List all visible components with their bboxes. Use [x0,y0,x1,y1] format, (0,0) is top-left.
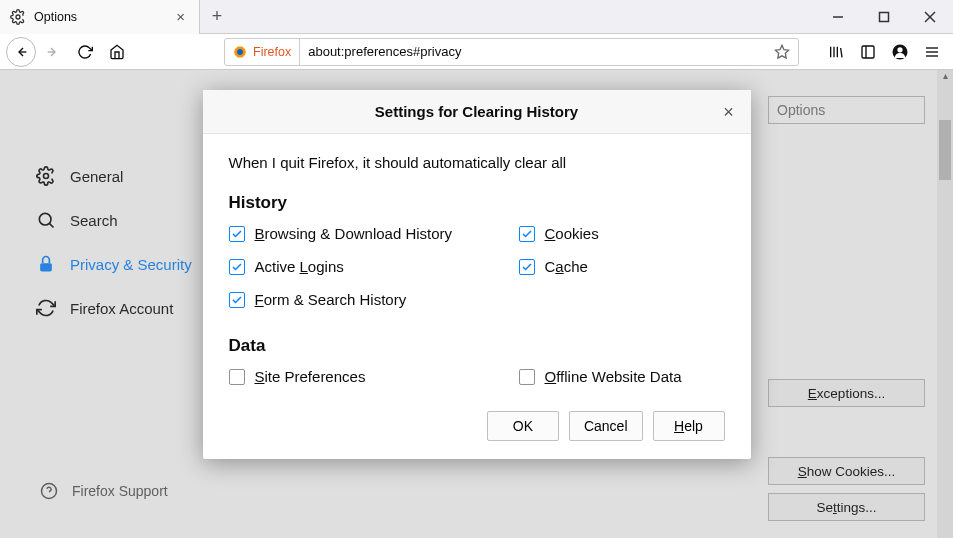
tab-title: Options [34,10,172,24]
new-tab-button[interactable]: + [200,6,234,27]
sidebar-toggle-button[interactable] [853,37,883,67]
checkbox-icon [519,259,535,275]
svg-rect-14 [862,46,874,58]
scrollbar-thumb[interactable] [939,120,951,180]
dialog-footer: OK Cancel Help [203,411,751,459]
bookmark-star-icon[interactable] [774,44,790,60]
dialog-close-button[interactable]: × [715,98,743,126]
support-label: Firefox Support [72,483,168,499]
sidebar-item-account[interactable]: Firefox Account [36,286,205,330]
exceptions-button[interactable]: Exceptions... [768,379,925,407]
ok-button[interactable]: OK [487,411,559,441]
firefox-support-link[interactable]: Firefox Support [40,482,168,500]
browser-tab[interactable]: Options × [0,0,200,34]
data-section-head: Data [229,336,725,356]
help-icon [40,482,58,500]
lock-icon [36,254,56,274]
dialog-title: Settings for Clearing History [375,103,578,120]
checkbox-form-history[interactable]: Form & Search History [229,291,519,308]
sidebar-item-label: Privacy & Security [70,256,192,273]
sidebar-item-label: General [70,168,123,185]
maximize-button[interactable] [861,0,907,34]
url-bar[interactable]: Firefox about:preferences#privacy [224,38,799,66]
checkbox-offline-data[interactable]: Offline Website Data [519,368,725,385]
settings-button[interactable]: Settings... [768,493,925,521]
reload-button[interactable] [70,37,100,67]
sidebar-item-label: Firefox Account [70,300,173,317]
vertical-scrollbar[interactable] [937,70,953,538]
back-button[interactable] [6,37,36,67]
sync-icon [36,298,56,318]
checkbox-icon [229,226,245,242]
options-search-input[interactable]: Options [768,96,925,124]
checkbox-icon [229,259,245,275]
clear-history-dialog: Settings for Clearing History × When I q… [203,90,751,459]
checkbox-icon [519,369,535,385]
title-bar: Options × + [0,0,953,34]
svg-point-17 [897,47,902,52]
window-controls [815,0,953,34]
identity-box[interactable]: Firefox [225,39,300,65]
cancel-button[interactable]: Cancel [569,411,643,441]
tab-close-icon[interactable]: × [172,8,189,25]
svg-line-23 [49,223,53,227]
checkbox-icon [229,292,245,308]
history-section-head: History [229,193,725,213]
checkbox-site-preferences[interactable]: Site Preferences [229,368,519,385]
sidebar-item-search[interactable]: Search [36,198,205,242]
app-menu-button[interactable] [917,37,947,67]
checkbox-cookies[interactable]: Cookies [519,225,725,242]
svg-point-21 [44,174,49,179]
url-text: about:preferences#privacy [300,44,774,59]
sidebar-item-privacy[interactable]: Privacy & Security [36,242,205,286]
checkbox-cache[interactable]: Cache [519,258,725,275]
nav-toolbar: Firefox about:preferences#privacy [0,34,953,70]
sidebar-item-label: Search [70,212,118,229]
checkbox-browsing-history[interactable]: Browsing & Download History [229,225,519,242]
search-icon [36,210,56,230]
svg-point-8 [237,49,243,55]
firefox-logo-icon [233,45,247,59]
svg-rect-24 [40,263,52,271]
library-button[interactable] [821,37,851,67]
gear-icon [36,166,56,186]
show-cookies-button[interactable]: Show Cookies... [768,457,925,485]
minimize-button[interactable] [815,0,861,34]
close-window-button[interactable] [907,0,953,34]
svg-point-22 [39,213,51,225]
svg-line-13 [841,48,842,57]
profile-button[interactable] [885,37,915,67]
right-column: Options Exceptions... Show Cookies... Se… [768,70,953,538]
checkbox-icon [519,226,535,242]
identity-label: Firefox [253,45,291,59]
dialog-header: Settings for Clearing History × [203,90,751,134]
checkbox-icon [229,369,245,385]
home-button[interactable] [102,37,132,67]
svg-marker-9 [775,45,788,58]
forward-button[interactable] [38,37,68,67]
dialog-intro-text: When I quit Firefox, it should automatic… [229,154,725,171]
help-button[interactable]: Help [653,411,725,441]
checkbox-active-logins[interactable]: Active Logins [229,258,519,275]
sidebar-item-general[interactable]: General [36,154,205,198]
svg-rect-2 [880,12,889,21]
category-sidebar: General Search Privacy & Security Firefo… [0,70,205,538]
svg-point-0 [16,15,20,19]
gear-icon [10,9,26,25]
